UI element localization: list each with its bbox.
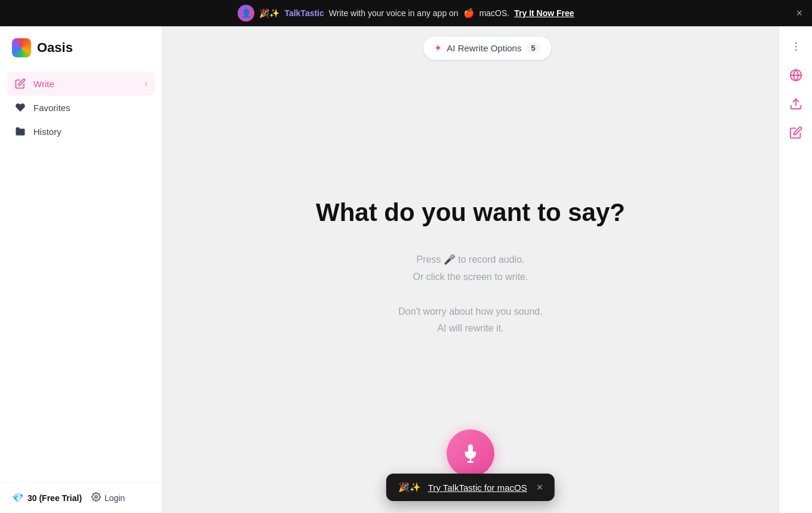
write-icon	[14, 78, 26, 90]
bottom-toast: 🎉✨ Try TalkTastic for macOS ×	[386, 474, 555, 501]
sidebar-item-write[interactable]: Write ›	[7, 72, 155, 96]
upload-icon	[789, 97, 802, 113]
sidebar-header: Oasis	[0, 26, 162, 67]
heart-icon	[14, 102, 26, 113]
settings-icon	[91, 492, 101, 503]
instruction-line-3: Don't worry about how you sound.	[398, 303, 542, 321]
toast-close-button[interactable]: ×	[537, 482, 543, 493]
oasis-logo	[12, 38, 31, 57]
credits-badge: 💎 30 (Free Trial)	[12, 492, 82, 503]
microphone-icon	[461, 444, 480, 463]
chevron-right-icon: ›	[144, 79, 147, 88]
diamond-icon: 💎	[12, 492, 24, 503]
credits-text: 30 (Free Trial)	[27, 493, 82, 503]
sidebar-write-label: Write	[33, 79, 54, 89]
login-button[interactable]: Login	[91, 492, 125, 503]
svg-point-5	[795, 49, 796, 51]
instruction-line-4: AI will rewrite it.	[398, 320, 542, 337]
more-icon	[790, 41, 802, 56]
svg-point-0	[95, 496, 97, 498]
right-panel	[779, 26, 812, 513]
ai-rewrite-button[interactable]: ✦ AI Rewrite Options 5	[423, 36, 551, 60]
sidebar-item-history[interactable]: History	[7, 119, 155, 143]
toast-link[interactable]: Try TalkTastic for macOS	[428, 483, 527, 493]
page-heading: What do you want to say?	[316, 198, 625, 228]
edit-button[interactable]	[784, 122, 808, 146]
instructions: Press 🎤 to record audio. Or click the sc…	[398, 251, 542, 337]
instruction-line-1: Press 🎤 to record audio.	[398, 251, 542, 269]
mic-button[interactable]	[447, 429, 494, 477]
ai-rewrite-count: 5	[526, 42, 540, 54]
sparkle-icon: ✦	[434, 42, 442, 54]
sidebar-nav: Write › Favorites History	[0, 67, 162, 482]
instruction-line-2: Or click the screen to write.	[398, 269, 542, 286]
svg-point-4	[795, 45, 796, 47]
edit-icon	[789, 126, 802, 142]
top-banner: 👤 🎉✨ TalkTastic Write with your voice in…	[0, 0, 812, 26]
oasis-title: Oasis	[37, 40, 73, 56]
sidebar-footer: 💎 30 (Free Trial) Login	[0, 482, 162, 513]
sidebar-favorites-label: Favorites	[33, 103, 70, 113]
globe-button[interactable]	[784, 64, 808, 88]
banner-emoji: 🎉✨	[259, 8, 279, 18]
sidebar-item-favorites[interactable]: Favorites	[7, 96, 155, 119]
svg-point-3	[795, 42, 796, 44]
toast-emoji: 🎉✨	[398, 482, 421, 493]
globe-icon	[789, 69, 802, 85]
share-button[interactable]	[784, 93, 808, 117]
mic-emoji: 🎤	[444, 254, 458, 265]
mic-area	[447, 429, 494, 477]
main-content: ✦ AI Rewrite Options 5 What do you want …	[162, 26, 812, 513]
banner-cta-button[interactable]: Try It Now Free	[514, 8, 574, 18]
apple-icon: 🍎	[463, 8, 475, 19]
login-label: Login	[104, 493, 125, 503]
banner-platform: macOS.	[479, 8, 510, 18]
banner-close-button[interactable]: ×	[796, 8, 802, 19]
sidebar-history-label: History	[33, 127, 61, 137]
folder-icon	[14, 125, 26, 137]
banner-text: Write with your voice in any app on	[329, 8, 459, 18]
banner-brand: TalkTastic	[284, 8, 324, 18]
sidebar: Oasis Write ›	[0, 26, 162, 513]
main-topbar: ✦ AI Rewrite Options 5	[162, 26, 812, 70]
ai-rewrite-label: AI Rewrite Options	[447, 43, 521, 53]
banner-avatar: 👤	[238, 5, 254, 21]
app-layout: Oasis Write ›	[0, 0, 812, 513]
more-options-button[interactable]	[784, 36, 808, 60]
